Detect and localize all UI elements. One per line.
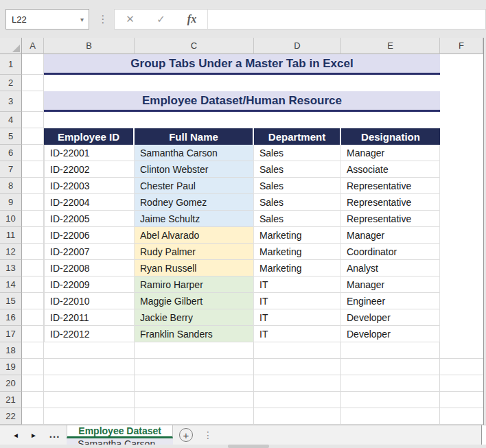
designation-cell[interactable]: Engineer <box>341 293 440 309</box>
sheet-nav-left-icon[interactable]: ◄ <box>0 425 25 445</box>
sheet-nav-right-icon[interactable]: ► <box>25 425 43 445</box>
cell-A19[interactable] <box>22 359 44 375</box>
full-name-cell[interactable]: Maggie Gilbert <box>135 293 254 309</box>
cell-F13[interactable] <box>440 260 483 276</box>
department-cell[interactable]: Sales <box>254 211 341 227</box>
row-header-6[interactable]: 6 <box>0 145 22 161</box>
cell-A17[interactable] <box>22 326 44 342</box>
empty-row-cells[interactable] <box>44 75 483 91</box>
table-header-cell[interactable]: Employee ID <box>44 128 135 145</box>
row-header-2[interactable]: 2 <box>0 75 22 91</box>
cell-F7[interactable] <box>440 161 483 178</box>
cell-A12[interactable] <box>22 244 44 260</box>
cell-A2[interactable] <box>22 75 44 91</box>
cell-A7[interactable] <box>22 161 44 178</box>
column-header-A[interactable]: A <box>22 38 44 54</box>
department-cell[interactable]: Sales <box>254 161 341 178</box>
cell-F9[interactable] <box>440 194 483 211</box>
empty-cell[interactable] <box>440 375 483 392</box>
cell-F6[interactable] <box>440 145 483 161</box>
cell-A4[interactable] <box>22 112 44 128</box>
cell-A22[interactable] <box>22 408 44 425</box>
empty-cell[interactable] <box>44 359 135 375</box>
cell-A11[interactable] <box>22 227 44 244</box>
employee-id-cell[interactable]: ID-22002 <box>44 161 135 178</box>
full-name-cell[interactable]: Jaime Schultz <box>135 211 254 227</box>
designation-cell[interactable]: Manager <box>341 145 440 161</box>
empty-row-cells[interactable] <box>44 112 483 128</box>
row-header-21[interactable]: 21 <box>0 392 22 408</box>
designation-cell[interactable]: Representative <box>341 211 440 227</box>
full-name-cell[interactable]: Ramiro Harper <box>135 276 254 293</box>
formula-input[interactable] <box>208 10 485 29</box>
column-header-D[interactable]: D <box>254 38 341 54</box>
row-header-19[interactable]: 19 <box>0 359 22 375</box>
empty-cell[interactable] <box>440 408 483 425</box>
empty-cell[interactable] <box>44 408 135 425</box>
row-header-8[interactable]: 8 <box>0 178 22 194</box>
row-header-18[interactable]: 18 <box>0 342 22 359</box>
employee-id-cell[interactable]: ID-22001 <box>44 145 135 161</box>
cell-A9[interactable] <box>22 194 44 211</box>
empty-cell[interactable] <box>254 342 341 359</box>
cell-F15[interactable] <box>440 293 483 309</box>
cell-A18[interactable] <box>22 342 44 359</box>
full-name-cell[interactable]: Rodney Gomez <box>135 194 254 211</box>
employee-id-cell[interactable]: ID-22008 <box>44 260 135 276</box>
employee-id-cell[interactable]: ID-22010 <box>44 293 135 309</box>
designation-cell[interactable]: Analyst <box>341 260 440 276</box>
row-header-14[interactable]: 14 <box>0 276 22 293</box>
cell-A8[interactable] <box>22 178 44 194</box>
subtitle-cell[interactable]: Employee Dataset/Human Resource <box>44 91 440 112</box>
department-cell[interactable]: IT <box>254 326 341 342</box>
row-header-22[interactable]: 22 <box>0 408 22 425</box>
row-header-17[interactable]: 17 <box>0 326 22 342</box>
cell-A13[interactable] <box>22 260 44 276</box>
empty-cell[interactable] <box>44 392 135 408</box>
cell-A3[interactable] <box>22 91 44 112</box>
column-header-B[interactable]: B <box>44 38 135 54</box>
cell-F11[interactable] <box>440 227 483 244</box>
department-cell[interactable]: IT <box>254 309 341 326</box>
employee-id-cell[interactable]: ID-22011 <box>44 309 135 326</box>
cell-F1[interactable] <box>440 54 483 75</box>
cell-F17[interactable] <box>440 326 483 342</box>
cell-A5[interactable] <box>22 128 44 145</box>
employee-id-cell[interactable]: ID-22007 <box>44 244 135 260</box>
empty-cell[interactable] <box>440 342 483 359</box>
empty-cell[interactable] <box>341 342 440 359</box>
department-cell[interactable]: Marketing <box>254 244 341 260</box>
department-cell[interactable]: Sales <box>254 194 341 211</box>
row-header-11[interactable]: 11 <box>0 227 22 244</box>
row-header-15[interactable]: 15 <box>0 293 22 309</box>
designation-cell[interactable]: Developer <box>341 326 440 342</box>
cell-F10[interactable] <box>440 211 483 227</box>
title-cell[interactable]: Group Tabs Under a Master Tab in Excel <box>44 54 440 75</box>
row-header-5[interactable]: 5 <box>0 128 22 145</box>
column-header-E[interactable]: E <box>341 38 440 54</box>
empty-cell[interactable] <box>341 392 440 408</box>
empty-cell[interactable] <box>254 359 341 375</box>
designation-cell[interactable]: Manager <box>341 276 440 293</box>
column-header-F[interactable]: F <box>440 38 483 54</box>
empty-cell[interactable] <box>341 375 440 392</box>
department-cell[interactable]: IT <box>254 293 341 309</box>
department-cell[interactable]: Sales <box>254 178 341 194</box>
designation-cell[interactable]: Manager <box>341 227 440 244</box>
row-header-10[interactable]: 10 <box>0 211 22 227</box>
cell-A10[interactable] <box>22 211 44 227</box>
full-name-cell[interactable]: Rudy Palmer <box>135 244 254 260</box>
empty-cell[interactable] <box>135 392 254 408</box>
insert-function-icon[interactable]: fx <box>176 13 207 25</box>
table-header-cell[interactable]: Full Name <box>135 128 254 145</box>
full-name-cell[interactable]: Jackie Berry <box>135 309 254 326</box>
table-header-cell[interactable]: Designation <box>341 128 440 145</box>
full-name-cell[interactable]: Samantha Carson <box>135 145 254 161</box>
select-all-corner[interactable] <box>0 38 22 54</box>
empty-cell[interactable] <box>440 359 483 375</box>
cell-A6[interactable] <box>22 145 44 161</box>
department-cell[interactable]: Marketing <box>254 227 341 244</box>
employee-id-cell[interactable]: ID-22006 <box>44 227 135 244</box>
empty-cell[interactable] <box>254 375 341 392</box>
empty-cell[interactable] <box>254 408 341 425</box>
